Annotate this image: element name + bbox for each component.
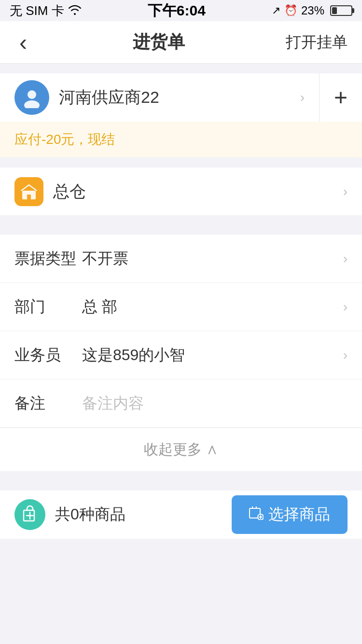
invoice-type-row[interactable]: 票据类型 不开票 › (0, 235, 362, 283)
add-supplier-button[interactable]: + (319, 73, 348, 122)
salesperson-value: 这是859的小智 (82, 345, 343, 366)
wifi-icon (68, 3, 82, 18)
collapse-label: 收起更多 ∧ (144, 440, 218, 460)
salesperson-row[interactable]: 业务员 这是859的小智 › (0, 331, 362, 379)
collapse-button[interactable]: 收起更多 ∧ (0, 428, 362, 471)
invoice-type-chevron-icon: › (343, 251, 348, 266)
supplier-row[interactable]: 河南供应商22 › + (0, 73, 362, 122)
salesperson-chevron-icon: › (343, 348, 348, 363)
battery-percent: 23% (301, 4, 324, 17)
supplier-name: 河南供应商22 (59, 86, 300, 109)
status-bar: 无 SIM 卡 下午6:04 ↗ ⏰ 23% (0, 0, 362, 21)
location-icon: ↗ (272, 4, 280, 17)
warehouse-name: 总仓 (53, 181, 343, 203)
select-product-button[interactable]: 选择商品 (232, 495, 348, 534)
form-section: 票据类型 不开票 › 部门 总 部 › 业务员 这是859的小智 › 备注 备注… (0, 235, 362, 471)
nav-title: 进货单 (133, 30, 185, 54)
notice-text: 应付-20元，现结 (14, 132, 115, 147)
back-button[interactable]: ‹ (14, 24, 32, 60)
top-divider (0, 64, 362, 73)
select-product-icon (249, 506, 264, 523)
notice-row: 应付-20元，现结 (0, 122, 362, 157)
select-product-label: 选择商品 (268, 504, 330, 525)
battery-icon (330, 5, 352, 16)
nav-bar: ‹ 进货单 打开挂单 (0, 21, 362, 64)
invoice-type-value: 不开票 (82, 248, 343, 269)
open-pending-button[interactable]: 打开挂单 (286, 32, 348, 53)
svg-rect-3 (27, 195, 31, 199)
svg-point-1 (24, 100, 40, 108)
warehouse-divider (0, 157, 362, 167)
form-divider (0, 215, 362, 225)
product-icon (14, 499, 45, 530)
svg-point-0 (28, 90, 36, 99)
invoice-type-label: 票据类型 (14, 248, 82, 269)
status-icons: ↗ ⏰ 23% (272, 4, 352, 17)
warehouse-section: 总仓 › (0, 167, 362, 215)
supplier-chevron-icon: › (300, 90, 305, 105)
department-row[interactable]: 部门 总 部 › (0, 283, 362, 331)
supplier-section: 河南供应商22 › + 应付-20元，现结 (0, 73, 362, 157)
product-bar: 共0种商品 选择商品 (0, 490, 362, 539)
warehouse-icon (14, 177, 43, 206)
carrier-text: 无 SIM 卡 (10, 2, 64, 19)
main-content: 河南供应商22 › + 应付-20元，现结 总仓 › 票据类型 不开票 (0, 64, 362, 644)
product-count: 共0种商品 (55, 504, 232, 525)
warehouse-row[interactable]: 总仓 › (0, 167, 362, 215)
bottom-divider (0, 471, 362, 481)
supplier-avatar (14, 80, 49, 115)
department-label: 部门 (14, 296, 82, 318)
alarm-icon: ⏰ (284, 4, 297, 17)
remark-input[interactable]: 备注内容 (82, 393, 348, 414)
remark-row[interactable]: 备注 备注内容 (0, 379, 362, 428)
department-chevron-icon: › (343, 299, 348, 315)
warehouse-chevron-icon: › (343, 184, 348, 199)
status-carrier: 无 SIM 卡 (10, 2, 82, 19)
salesperson-label: 业务员 (14, 345, 82, 366)
department-value: 总 部 (82, 296, 343, 318)
status-time: 下午6:04 (148, 1, 206, 21)
remark-label: 备注 (14, 393, 82, 414)
